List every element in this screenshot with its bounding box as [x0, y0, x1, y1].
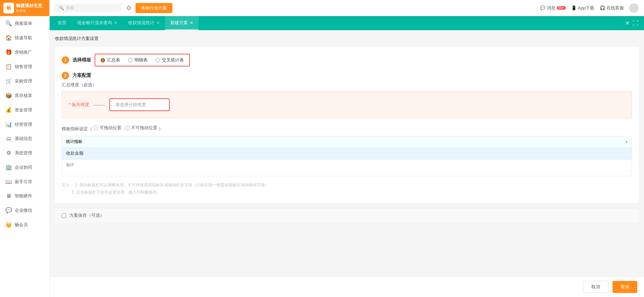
- sidebar-label-purchase: 采购管理: [15, 78, 32, 84]
- header-right: 💬 消息 99+ 📱 App下载 🎧 在线客服: [540, 3, 639, 13]
- indicator-title: 模板指标设定（ 可拖动位置 不可拖动位置 ）: [62, 125, 163, 132]
- indicator-col-header: 统计指标 ∨: [62, 136, 632, 148]
- legend-draggable-wrap: 可拖动位置: [94, 125, 121, 131]
- step2-header: 2 方案配置: [62, 72, 632, 79]
- tab-close-bank-flow[interactable]: ✕: [114, 20, 117, 25]
- indicator-header: 模板指标设定（ 可拖动位置 不可拖动位置 ）: [62, 125, 632, 132]
- sidebar-item-search[interactable]: 🔍搜索菜单: [0, 16, 49, 31]
- sidebar-icon-sales: 📋: [5, 63, 12, 70]
- support-btn[interactable]: 🎧 在线客服: [600, 5, 624, 11]
- radio-detail-input[interactable]: [128, 58, 132, 62]
- sidebar-label-enterprise: 企业协同: [15, 164, 32, 170]
- tip1: 提示： 1. 拖动标题栏可以调整布局，不可跨维度或指标区域拖动栏目字段（只能在同…: [62, 182, 632, 189]
- sidebar-icon-system: ⚙: [5, 150, 12, 156]
- step1-label: 选择模板: [72, 57, 91, 63]
- radio-summary-input[interactable]: [101, 58, 105, 62]
- sidebar-label-operations: 经营管理: [15, 121, 32, 128]
- tab-close-new-plan[interactable]: ✕: [190, 20, 193, 25]
- radio-detail[interactable]: 明细表: [128, 57, 148, 63]
- radio-cross[interactable]: 交叉统计表: [156, 57, 184, 63]
- sidebar-item-purchase[interactable]: 🛒采购管理: [0, 74, 49, 88]
- sidebar-icon-wechat: 💬: [5, 207, 12, 213]
- header: 🔍 搜索 ⚙ 体验行业方案 💬 消息 99+ 📱 App下载 🎧 在线客服: [50, 0, 644, 16]
- cancel-button[interactable]: 取消: [583, 281, 608, 293]
- sidebar-item-guide[interactable]: 📖新手引导: [0, 175, 49, 189]
- sidebar-icon-enterprise: 🏢: [5, 164, 12, 170]
- settings-icon[interactable]: ⚙: [126, 4, 131, 12]
- radio-summary[interactable]: 汇总表: [101, 57, 120, 63]
- tab-bank-flow[interactable]: 现金银行流水查询✕: [72, 16, 123, 30]
- sidebar-item-operations[interactable]: 📊经营管理: [0, 117, 49, 132]
- step2-label: 方案配置: [72, 72, 91, 79]
- radio-summary-label: 汇总表: [107, 57, 120, 63]
- tip2: 2. 点击标题栏下拉可设置排序、插入列和删除列: [62, 189, 632, 196]
- config-section: 汇总维度（必选） 纵向维度 —— 请选择分组维度 模板指标设定（: [62, 82, 632, 196]
- dimension-select[interactable]: 请选择分组维度: [109, 98, 170, 111]
- sidebar-label-marketing: 营销推广: [15, 49, 32, 55]
- sidebar-icon-quick-nav: 🏠: [5, 35, 12, 41]
- radio-cross-label: 交叉统计表: [162, 57, 184, 63]
- sidebar-logo: 畅 畅捷通好生意 标准版: [0, 0, 49, 16]
- sidebar-item-member[interactable]: 👑畅会员: [0, 217, 49, 232]
- sidebar-label-quick-nav: 快速导航: [15, 35, 32, 41]
- save-label: 方案保存（可选）: [69, 212, 104, 218]
- sidebar-item-wechat[interactable]: 💬企业微信: [0, 203, 49, 217]
- sidebar-icon-operations: 📊: [5, 121, 12, 128]
- sidebar-item-marketing[interactable]: 🎁营销推广: [0, 45, 49, 59]
- sidebar-item-hardware[interactable]: 🖥智能硬件: [0, 189, 49, 203]
- sidebar-item-basic-info[interactable]: 🗂基础信息: [0, 132, 49, 146]
- tip2-text: 2. 点击标题栏下拉可设置排序、插入列和删除列: [72, 190, 157, 195]
- sidebar: 畅 畅捷通好生意 标准版 🔍搜索菜单🏠快速导航🎁营销推广📋销售管理🛒采购管理📦库…: [0, 0, 50, 297]
- tab-collection-stats[interactable]: 收款情况统计✕: [123, 16, 165, 30]
- tab-label-new-plan: 新建方案: [170, 20, 188, 26]
- industry-btn[interactable]: 体验行业方案: [136, 3, 172, 13]
- sidebar-label-member: 畅会员: [15, 222, 28, 228]
- sidebar-label-wechat: 企业微信: [15, 207, 32, 213]
- tip1-text: 1. 拖动标题栏可以调整布局，不可跨维度或指标区域拖动栏目字段（只能在同一维度或…: [75, 183, 268, 187]
- message-btn[interactable]: 💬 消息 99+: [540, 5, 566, 11]
- sidebar-item-system[interactable]: ⚙系统管理: [0, 146, 49, 160]
- step1-num: 1: [62, 56, 69, 64]
- tab-label-home: 首页: [58, 20, 66, 26]
- save-section: 方案保存（可选）: [55, 208, 639, 222]
- sidebar-label-sales: 销售管理: [15, 64, 32, 70]
- sidebar-icon-finance: 💰: [5, 107, 12, 113]
- sidebar-label-system: 系统管理: [15, 150, 32, 156]
- sidebar-label-finance: 资金管理: [15, 107, 32, 113]
- sidebar-item-enterprise[interactable]: 🏢企业协同: [0, 160, 49, 175]
- tabs-right: ✕ ⛶: [625, 16, 641, 30]
- tabs-bar: 首页现金银行流水查询✕收款情况统计✕新建方案✕ ✕ ⛶: [50, 16, 644, 30]
- logo-text: 畅捷通好生意 标准版: [16, 3, 42, 13]
- message-icon: 💬: [540, 5, 545, 10]
- sidebar-icon-hardware: 🖥: [5, 193, 12, 199]
- main-area: 🔍 搜索 ⚙ 体验行业方案 💬 消息 99+ 📱 App下载 🎧 在线客服: [50, 0, 644, 297]
- tab-label-collection-stats: 收款情况统计: [128, 20, 154, 26]
- sidebar-icon-guide: 📖: [5, 179, 12, 185]
- logo-icon: 畅: [3, 3, 14, 13]
- close-window-btn[interactable]: ✕: [625, 19, 630, 27]
- query-button[interactable]: 查询: [612, 281, 637, 293]
- search-icon: 🔍: [59, 6, 64, 10]
- sidebar-item-inventory[interactable]: 📦库存核算: [0, 88, 49, 103]
- indicator-cell-main[interactable]: 收款金额: [62, 148, 632, 159]
- user-avatar[interactable]: [629, 3, 639, 13]
- indicator-section: 模板指标设定（ 可拖动位置 不可拖动位置 ）: [62, 125, 632, 176]
- sidebar-item-sales[interactable]: 📋销售管理: [0, 59, 49, 74]
- radio-cross-input[interactable]: [156, 58, 160, 62]
- tab-home[interactable]: 首页: [52, 16, 72, 30]
- download-btn[interactable]: 📱 App下载: [571, 5, 594, 11]
- search-bar[interactable]: 🔍 搜索: [55, 4, 122, 12]
- sidebar-label-guide: 新手引导: [15, 179, 32, 185]
- dimension-area: 纵向维度 —— 请选择分组维度: [62, 91, 632, 118]
- chevron-down-icon[interactable]: ∨: [625, 140, 628, 144]
- indicator-col: 统计指标 ∨ 收款金额 合计: [62, 136, 632, 176]
- sidebar-icon-search: 🔍: [5, 20, 12, 27]
- main-card: 1 选择模板 汇总表 明细表 交叉统计表: [55, 47, 639, 203]
- expand-window-btn[interactable]: ⛶: [633, 20, 639, 27]
- indicator-grid: 统计指标 ∨ 收款金额 合计: [62, 136, 632, 176]
- sidebar-item-finance[interactable]: 💰资金管理: [0, 103, 49, 117]
- tab-close-collection-stats[interactable]: ✕: [156, 20, 160, 25]
- sidebar-item-quick-nav[interactable]: 🏠快速导航: [0, 31, 49, 45]
- save-checkbox[interactable]: [62, 213, 66, 218]
- tab-new-plan[interactable]: 新建方案✕: [165, 16, 199, 30]
